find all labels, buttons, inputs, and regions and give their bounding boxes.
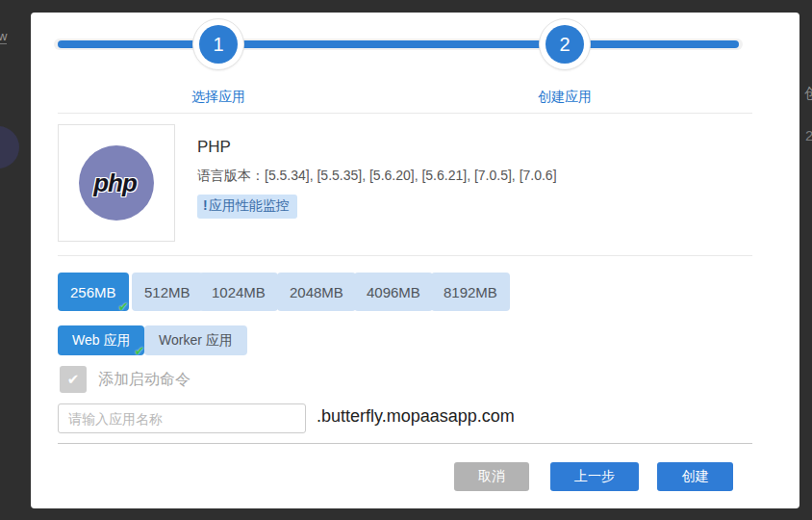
apm-badge-label: 应用性能监控 [209,197,290,213]
check-icon: ✔ [118,299,129,314]
startup-command-checkbox[interactable]: ✔ [60,366,87,393]
memory-option-8192mb[interactable]: 8192MB [431,273,510,311]
startup-command-row: ✔ 添加启动命令 [60,366,190,393]
step-2-label: 创建应用 [507,89,622,106]
step-1-label: 选择应用 [161,89,276,106]
app-versions: 语言版本：[5.5.34], [5.5.35], [5.6.20], [5.6.… [197,168,557,185]
memory-option-2048mb[interactable]: 2048MB [277,273,356,311]
divider [58,443,752,444]
background-fragment-text: 2 [805,127,812,143]
memory-option-256mb[interactable]: 256MB ✔ [58,273,129,311]
step-1-number: 1 [199,25,238,64]
type-option-web[interactable]: Web 应用 ✔ [58,325,144,355]
versions-list: [5.5.34], [5.5.35], [5.6.20], [5.6.21], … [265,168,557,183]
background-fragment-circle [0,126,19,169]
app-logo-box: php [58,124,175,242]
previous-step-button[interactable]: 上一步 [550,462,639,491]
app-name-title: PHP [197,138,231,157]
create-button[interactable]: 创建 [657,462,733,491]
memory-option-512mb[interactable]: 512MB [132,273,203,311]
step-2-number: 2 [546,25,584,64]
step-2-indicator[interactable]: 2 [539,18,591,70]
apm-badge: !应用性能监控 [197,195,297,219]
step-1-indicator[interactable]: 1 [192,18,244,70]
modal-overlay: w 创 2 1 2 选择应用 创建应用 php PHP 语言版本：[5.5.34… [0,0,812,520]
cancel-button[interactable]: 取消 [454,462,529,491]
background-fragment-text: 创 [804,85,812,103]
startup-command-label: 添加启动命令 [98,370,190,390]
divider [58,113,752,114]
domain-suffix: .butterfly.mopaasapp.com [317,406,515,427]
type-option-worker[interactable]: Worker 应用 [144,325,247,355]
memory-option-1024mb[interactable]: 1024MB [199,273,278,311]
divider [58,255,752,256]
create-app-dialog: 1 2 选择应用 创建应用 php PHP 语言版本：[5.5.34], [5.… [31,13,799,508]
checkbox-check-icon: ✔ [67,371,80,388]
app-name-input[interactable] [58,403,306,433]
stepper-progress-bar [58,40,739,48]
check-icon: ✔ [135,344,145,358]
versions-label: 语言版本： [197,168,265,183]
memory-option-4096mb[interactable]: 4096MB [354,273,433,311]
php-logo-icon: php [79,145,154,221]
background-fragment-text: w [0,29,7,44]
apm-badge-icon: ! [203,197,208,213]
